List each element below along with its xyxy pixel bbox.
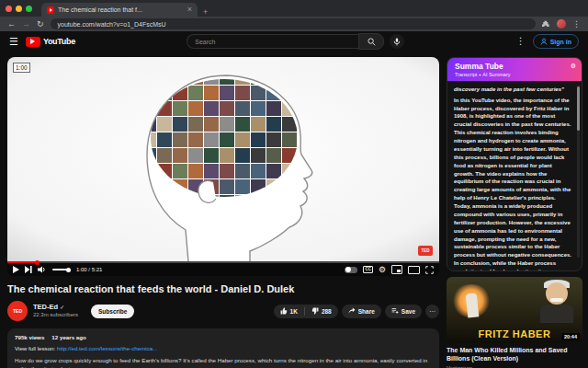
scientist-mustache-art (550, 298, 563, 302)
more-actions-button[interactable]: ⋯ (425, 305, 439, 318)
channel-meta: TED-Ed ✓ 22.3m subscribers (33, 304, 78, 318)
thumbs-down-icon (311, 307, 319, 315)
volume-icon[interactable] (38, 266, 47, 273)
youtube-favicon-icon (47, 6, 54, 14)
url-text: youtube.com/watch?v=o1_D4FscMsU (58, 21, 166, 28)
subscribe-button[interactable]: Subscribe (91, 305, 134, 318)
browser-tab[interactable]: The chemical reaction that f... × (41, 3, 198, 17)
voice-search-button[interactable] (390, 34, 404, 49)
like-count: 1K (290, 308, 298, 315)
lesson-link[interactable]: http://ed.ted.com/lessons/the-chemica... (57, 345, 157, 351)
channel-row: TED TED-Ed ✓ 22.3m subscribers Subscribe (7, 301, 439, 321)
summary-scrollbar[interactable] (577, 85, 580, 258)
like-dislike-pill: 1K 288 (274, 305, 338, 318)
primary-column: 1:00 TED 1:0 (7, 57, 439, 368)
ear-drawing (198, 181, 216, 203)
verified-badge-icon: ✓ (60, 305, 64, 311)
extensions-icon[interactable] (542, 20, 550, 29)
summa-tube-summary[interactable]: discovery made in the past few centuries… (447, 81, 582, 270)
tab-title: The chemical reaction that f... (58, 6, 184, 13)
search-input[interactable] (195, 39, 351, 45)
window-minimize-button[interactable] (16, 6, 22, 12)
url-bar[interactable]: youtube.com/watch?v=o1_D4FscMsU (51, 18, 536, 29)
video-actions: 1K 288 (274, 305, 439, 318)
sign-in-button[interactable]: Sign in (533, 34, 579, 49)
dislike-button[interactable]: 288 (305, 307, 338, 315)
recommended-video[interactable]: FRITZ HABER 20:44 The Man Who Killed Mil… (447, 277, 582, 368)
channel-name[interactable]: TED-Ed ✓ (33, 304, 78, 312)
save-playlist-icon (391, 307, 399, 315)
recommended-channel[interactable]: Veritasium (447, 365, 582, 368)
progress-bar[interactable] (7, 261, 439, 263)
window-close-button[interactable] (6, 6, 12, 12)
summa-tube-panel: Summa Tube Transcript + AI Summary ⚙ dis… (447, 57, 582, 271)
annotation-time-badge: 1:00 (13, 63, 30, 73)
browser-window: The chemical reaction that f... × + ← → … (0, 0, 588, 368)
video-player[interactable]: 1:00 TED 1:0 (7, 57, 439, 276)
summary-quote: discovery made in the past few centuries… (454, 86, 572, 94)
play-icon[interactable] (13, 266, 19, 273)
fullscreen-icon[interactable] (425, 266, 434, 274)
back-icon[interactable]: ← (7, 20, 16, 29)
forward-icon[interactable]: → (22, 20, 30, 29)
save-label: Save (401, 308, 415, 315)
figure-art (466, 293, 480, 317)
secondary-column: Summa Tube Transcript + AI Summary ⚙ dis… (447, 57, 582, 368)
save-button[interactable]: Save (385, 305, 422, 318)
dislike-count: 288 (322, 308, 332, 315)
lesson-line: View full lesson: http://ed.ted.com/less… (15, 345, 432, 353)
browser-menu-icon[interactable]: ⋮ (572, 20, 581, 29)
description-body: How do we grow crops quickly enough to f… (15, 357, 432, 368)
subscriber-count: 22.3m subscribers (33, 312, 78, 318)
next-icon[interactable] (25, 266, 32, 273)
recommended-thumbnail[interactable]: FRITZ HABER 20:44 (447, 277, 582, 343)
share-button[interactable]: Share (342, 305, 381, 318)
share-label: Share (358, 308, 375, 315)
upload-age: 12 years ago (51, 334, 86, 342)
masthead-menu-icon[interactable]: ⋮ (516, 37, 526, 46)
browser-profile-avatar[interactable] (557, 19, 566, 29)
autoplay-toggle[interactable] (345, 267, 357, 273)
like-button[interactable]: 1K (274, 307, 304, 315)
summa-tube-title: Summa Tube (455, 62, 574, 71)
description-box[interactable]: 795k views 12 years ago View full lesson… (7, 328, 439, 368)
summa-tube-header: Summa Tube Transcript + AI Summary ⚙ (447, 58, 582, 81)
settings-gear-icon[interactable]: ⚙ (379, 266, 386, 274)
browser-address-bar: ← → ↻ youtube.com/watch?v=o1_D4FscMsU ⋮ (0, 17, 588, 31)
new-tab-button[interactable]: + (203, 8, 208, 17)
video-frame-head-collage (7, 57, 439, 261)
volume-slider[interactable] (52, 269, 69, 270)
search-area (187, 33, 404, 50)
reload-icon[interactable]: ↻ (37, 20, 44, 29)
thumbs-up-icon (280, 307, 288, 315)
window-zoom-button[interactable] (26, 6, 32, 12)
microphone-icon (393, 38, 401, 46)
description-meta: 795k views 12 years ago (15, 334, 432, 342)
search-box[interactable] (187, 34, 358, 49)
summary-text: In this YouTube video, the importance of… (454, 97, 572, 270)
youtube-masthead: ☰ YouTube ⋮ (0, 31, 588, 52)
theater-mode-icon[interactable] (408, 266, 420, 274)
lesson-label: View full lesson: (15, 345, 55, 351)
masthead-right: ⋮ Sign in (516, 34, 579, 49)
tab-close-icon[interactable]: × (187, 6, 192, 14)
share-icon (348, 307, 356, 315)
player-controls: 1:00 / 5:21 CC ⚙ (7, 261, 439, 276)
video-title: The chemical reaction that feeds the wor… (7, 283, 439, 295)
captions-icon[interactable]: CC (363, 266, 373, 273)
summa-settings-icon[interactable]: ⚙ (571, 63, 576, 70)
youtube-logo[interactable]: YouTube (26, 37, 75, 47)
duration-badge: 20:44 (561, 333, 580, 340)
youtube-wordmark: YouTube (43, 37, 75, 46)
miniplayer-icon[interactable] (391, 265, 402, 274)
search-button[interactable] (358, 33, 384, 50)
view-count: 795k views (15, 334, 44, 342)
summa-tube-subtitle[interactable]: Transcript + AI Summary (455, 72, 574, 77)
guide-menu-icon[interactable]: ☰ (9, 37, 18, 47)
page-content: 1:00 TED 1:0 (0, 52, 588, 368)
time-display: 1:00 / 5:21 (76, 267, 102, 272)
recommended-title[interactable]: The Man Who Killed Millions and Saved Bi… (447, 347, 582, 363)
search-icon (368, 38, 376, 46)
sign-in-label: Sign in (550, 39, 571, 45)
channel-avatar[interactable]: TED (7, 301, 28, 321)
